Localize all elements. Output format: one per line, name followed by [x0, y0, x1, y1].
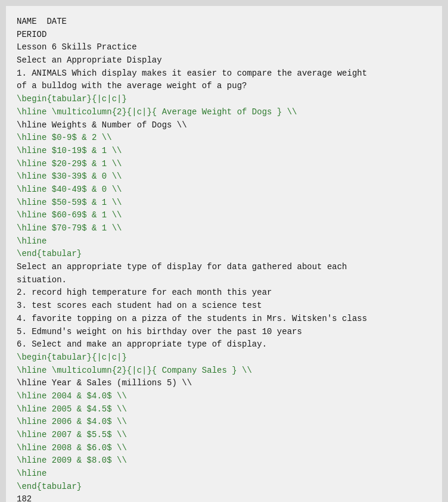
- page: NAME DATE PERIOD Lesson 6 Skills Practic…: [6, 6, 442, 502]
- latex-line: \begin{tabular}{|c|c|}: [17, 93, 431, 106]
- latex-line: \hline 2005 & $4.5$ \\: [17, 403, 431, 416]
- latex-line: \hline: [17, 467, 431, 481]
- latex-block2: \begin{tabular}{|c|c|}\hline \multicolum…: [17, 351, 431, 494]
- latex-line: \hline \multicolumn{2}{|c|}{ Company Sal…: [17, 364, 431, 378]
- latex-line: \end{tabular}: [17, 248, 431, 261]
- header-line1: NAME DATE: [17, 15, 431, 29]
- situations-list: 2. record high temperature for each mont…: [17, 286, 431, 351]
- latex-line: \hline 2008 & $6.0$ \\: [17, 442, 431, 455]
- question1-text: 1. ANIMALS Which display makes it easier…: [17, 67, 431, 80]
- latex-line: \hline: [17, 235, 431, 248]
- latex-line: \hline $10-19$ & 1 \\: [17, 145, 431, 158]
- latex-line: \begin{tabular}{|c|c|}: [17, 351, 431, 364]
- situation-item: 2. record high temperature for each mont…: [17, 286, 431, 300]
- latex-line: \hline 2006 & $4.0$ \\: [17, 416, 431, 429]
- latex-line: \hline $60-69$ & 1 \\: [17, 209, 431, 222]
- latex-line: \hline 2004 & $4.0$ \\: [17, 390, 431, 403]
- page-number: 182: [17, 493, 431, 502]
- latex-line: \hline $30-39$ & 0 \\: [17, 170, 431, 183]
- latex-line: \hline $40-49$ & 0 \\: [17, 183, 431, 197]
- header-line3: Lesson 6 Skills Practice: [17, 41, 431, 54]
- latex-line: \hline $20-29$ & 1 \\: [17, 158, 431, 171]
- latex-line: \hline Year & Sales (millions 5) \\: [17, 377, 431, 390]
- latex-line: \hline \multicolumn{2}{|c|}{ Average Wei…: [17, 106, 431, 119]
- header-line2: PERIOD: [17, 29, 431, 42]
- situation-item: 3. test scores each student had on a sci…: [17, 300, 431, 313]
- question1-text2: of a bulldog with the average weight of …: [17, 80, 431, 93]
- latex-line: \hline 2007 & $5.5$ \\: [17, 429, 431, 442]
- latex-line: \hline Weights & Number of Dogs \\: [17, 119, 431, 132]
- latex-line: \hline $50-59$ & 1 \\: [17, 197, 431, 210]
- situation-item: 5. Edmund's weight on his birthday over …: [17, 326, 431, 339]
- latex-line: \hline $70-79$ & 1 \\: [17, 222, 431, 235]
- situation-intro2: situation.: [17, 274, 431, 287]
- latex-line: \hline 2009 & $8.0$ \\: [17, 454, 431, 467]
- header-line4: Select an Appropriate Display: [17, 54, 431, 67]
- situation-item: 6. Select and make an appropriate type o…: [17, 338, 431, 351]
- situation-intro: Select an appropriate type of display fo…: [17, 261, 431, 274]
- situation-item: 4. favorite topping on a pizza of the st…: [17, 313, 431, 326]
- latex-line: \hline $0-9$ & 2 \\: [17, 132, 431, 145]
- latex-block1: \begin{tabular}{|c|c|}\hline \multicolum…: [17, 93, 431, 261]
- latex-line: \end{tabular}: [17, 481, 431, 494]
